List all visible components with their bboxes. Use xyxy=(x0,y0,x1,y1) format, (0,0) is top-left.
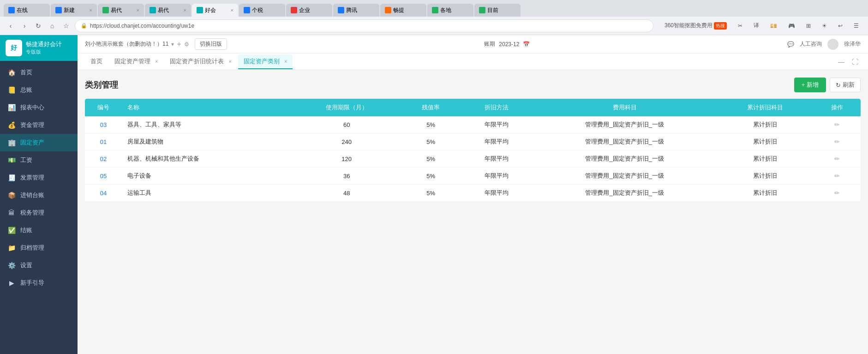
sidebar-item-inventory[interactable]: 📦 进销台账 xyxy=(0,186,78,204)
page-tab-fixed-asset-mgmt[interactable]: 固定资产管理 × xyxy=(109,54,163,69)
add-button[interactable]: + 新增 xyxy=(794,78,826,92)
refresh-button[interactable]: ↻ xyxy=(33,21,43,31)
cell-id-0: 03 xyxy=(85,116,122,133)
url-box[interactable]: 🔒 https://cloud.chanjet.com/accounting/u… xyxy=(75,19,653,32)
tab-close-t2[interactable]: × xyxy=(90,7,92,13)
browser-tab-t9[interactable]: 畅提 xyxy=(380,4,426,17)
tab-close-t4[interactable]: × xyxy=(184,7,186,13)
id-link-4[interactable]: 04 xyxy=(100,190,107,197)
theme-btn[interactable]: ☀ xyxy=(818,21,831,30)
browser-tab-t8[interactable]: 腾讯 xyxy=(333,4,379,17)
browser-tab-t2[interactable]: 新建 × xyxy=(51,4,97,17)
tab-label-t10: 各地 xyxy=(440,6,451,14)
page-tab-asset-category-close[interactable]: × xyxy=(284,59,287,64)
panel-minimize-icon[interactable]: — xyxy=(836,56,847,67)
browser-tab-t6[interactable]: 个税 xyxy=(239,4,285,17)
sidebar-item-closing[interactable]: ✅ 结账 xyxy=(0,222,78,239)
ssl-lock-icon: 🔒 xyxy=(81,23,87,29)
scissors-btn[interactable]: ✂ xyxy=(734,21,746,30)
page-tab-home[interactable]: 首页 xyxy=(85,54,108,69)
game-btn[interactable]: 🎮 xyxy=(784,21,799,30)
sidebar-item-home[interactable]: 🏠 首页 xyxy=(0,64,78,81)
id-link-0[interactable]: 03 xyxy=(100,121,107,128)
wallet-btn[interactable]: 💴 xyxy=(766,21,781,30)
grid-btn[interactable]: ⊞ xyxy=(802,21,814,30)
browser-tab-t5[interactable]: 好会 × xyxy=(192,4,238,17)
sidebar-item-settings[interactable]: ⚙️ 设置 xyxy=(0,257,78,274)
tab-label-t7: 企业 xyxy=(299,6,310,14)
sidebar-item-funds[interactable]: 💰 资金管理 xyxy=(0,116,78,134)
edit-icon-1[interactable]: ✏ xyxy=(834,138,840,145)
menu-btn[interactable]: ☰ xyxy=(850,21,862,30)
sidebar-label-closing: 结账 xyxy=(20,226,32,234)
browser-tab-t3[interactable]: 易代 × xyxy=(98,4,144,17)
user-account-name: 刘小艳演示账套（勿删勿动！）11 xyxy=(85,40,168,48)
history-btn[interactable]: ↩ xyxy=(834,21,846,30)
edit-icon-2[interactable]: ✏ xyxy=(834,155,840,162)
sidebar-item-payroll[interactable]: 💵 工资 xyxy=(0,151,78,169)
browser-tab-t10[interactable]: 各地 xyxy=(427,4,473,17)
switch-old-version-button[interactable]: 切换旧版 xyxy=(195,38,227,50)
page-tab-depreciation-table[interactable]: 固定资产折旧统计表 × xyxy=(164,54,237,69)
bookmark-button[interactable]: ☆ xyxy=(61,21,71,31)
tab-close-t3[interactable]: × xyxy=(137,7,139,13)
browser-tab-t1[interactable]: 在线 xyxy=(4,4,50,17)
page-tab-asset-category[interactable]: 固定资产类别 × xyxy=(238,54,293,69)
page-tab-fixed-asset-mgmt-close[interactable]: × xyxy=(155,59,158,64)
fixed-assets-icon: 🏢 xyxy=(7,138,16,147)
edit-icon-4[interactable]: ✏ xyxy=(834,189,840,197)
id-link-2[interactable]: 02 xyxy=(100,156,107,162)
tab-close-t5[interactable]: × xyxy=(231,7,233,13)
tab-icon-t11 xyxy=(479,7,485,13)
refresh-button[interactable]: ↻ 刷新 xyxy=(830,78,861,92)
translate-btn[interactable]: 译 xyxy=(750,20,763,31)
page-tab-home-label: 首页 xyxy=(90,57,102,66)
sidebar-item-fixed-assets[interactable]: 🏢 固定资产 xyxy=(0,134,78,151)
id-link-3[interactable]: 05 xyxy=(100,173,107,180)
back-button[interactable]: ‹ xyxy=(6,21,16,31)
cell-method-3: 年限平均 xyxy=(461,168,533,185)
table-body: 03 器具、工具、家具等 60 5% 年限平均 管理费用_固定资产折旧_一级 累… xyxy=(85,116,861,201)
tab-icon-t6 xyxy=(244,7,250,13)
logo-name: 畅捷通好会计 xyxy=(26,41,62,48)
browser-tab-t11[interactable]: 目前 xyxy=(474,4,521,17)
current-user-name: 徐泽华 xyxy=(844,40,861,48)
sidebar-label-funds: 资金管理 xyxy=(20,121,44,129)
edit-icon-3[interactable]: ✏ xyxy=(834,172,840,180)
settings-gear-icon[interactable]: ⚙ xyxy=(184,41,189,48)
cell-accumulated-4: 累计折旧 xyxy=(717,185,813,202)
browser-tab-t4[interactable]: 易代 × xyxy=(145,4,191,17)
sidebar-item-guide[interactable]: ▶ 新手引导 xyxy=(0,274,78,292)
search-btn[interactable]: 360智能抠图免费用 热搜 xyxy=(661,20,730,31)
tab-icon-t10 xyxy=(432,7,438,13)
user-info: 刘小艳演示账套（勿删勿动！）11 ▾ + ⚙ xyxy=(85,40,189,48)
tab-icon-t1 xyxy=(8,7,15,13)
search-label: 360智能抠图免费用 xyxy=(664,22,712,30)
cell-id-2: 02 xyxy=(85,150,122,168)
page-header: 类别管理 + 新增 ↻ 刷新 xyxy=(85,78,861,92)
cell-action-0: ✏ xyxy=(813,116,861,133)
sidebar-item-ledger[interactable]: 📒 总账 xyxy=(0,81,78,99)
cell-accumulated-2: 累计折旧 xyxy=(717,150,813,168)
add-account-btn[interactable]: + xyxy=(177,40,181,48)
payroll-icon: 💵 xyxy=(7,156,16,164)
edit-icon-0[interactable]: ✏ xyxy=(834,121,840,128)
browser-tab-t7[interactable]: 企业 xyxy=(286,4,332,17)
service-label[interactable]: 人工咨询 xyxy=(800,40,822,48)
forward-button[interactable]: › xyxy=(19,21,30,31)
sidebar-item-reports[interactable]: 📊 报表中心 xyxy=(0,99,78,116)
main-content: 类别管理 + 新增 ↻ 刷新 编号 名称 使用期限（月） xyxy=(78,70,868,354)
sidebar-label-invoice: 发票管理 xyxy=(20,174,44,182)
sidebar-item-invoice[interactable]: 🧾 发票管理 xyxy=(0,169,78,186)
panel-maximize-icon[interactable]: ⛶ xyxy=(850,56,861,67)
calendar-icon[interactable]: 📅 xyxy=(523,41,530,48)
dropdown-icon[interactable]: ▾ xyxy=(171,41,174,48)
page-tab-depreciation-close[interactable]: × xyxy=(228,59,231,64)
sidebar-item-archive[interactable]: 📁 归档管理 xyxy=(0,239,78,257)
browser-toolbar-right: 360智能抠图免费用 热搜 ✂ 译 💴 🎮 ⊞ ☀ ↩ ☰ xyxy=(661,20,862,31)
sidebar-item-tax[interactable]: 🏛 税务管理 xyxy=(0,204,78,222)
header-actions: + 新增 ↻ 刷新 xyxy=(794,78,861,92)
tab-bar: 在线 新建 × 易代 × 易代 × 好会 × 个税 企业 xyxy=(4,0,521,17)
id-link-1[interactable]: 01 xyxy=(100,138,107,145)
home-button[interactable]: ⌂ xyxy=(47,21,57,31)
